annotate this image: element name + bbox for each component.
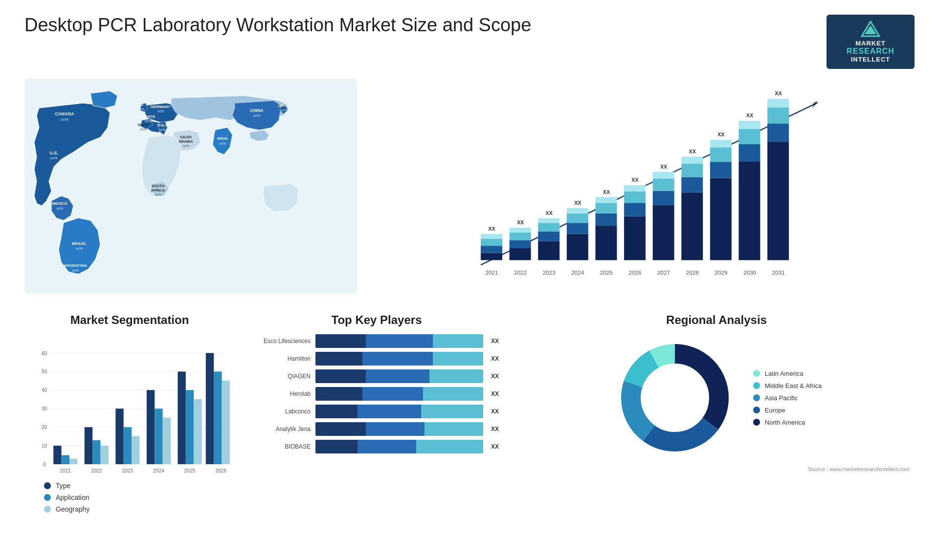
svg-rect-87 <box>710 162 732 178</box>
logo-line2: RESEARCH <box>847 47 894 56</box>
svg-rect-58 <box>567 214 588 223</box>
svg-text:ARABIA: ARABIA <box>179 139 193 144</box>
svg-rect-46 <box>510 233 531 240</box>
svg-rect-39 <box>481 246 502 253</box>
player-row: Esco Lifesciences XX <box>254 334 499 348</box>
svg-text:2030: 2030 <box>743 269 757 276</box>
svg-rect-44 <box>510 248 531 260</box>
svg-rect-94 <box>738 129 760 144</box>
seg-chart-svg: 0 10 20 30 40 50 60 <box>29 334 230 476</box>
svg-text:xx%: xx% <box>219 141 226 146</box>
bar-dark <box>315 334 366 348</box>
svg-text:2026: 2026 <box>628 269 641 276</box>
svg-rect-99 <box>767 124 789 142</box>
svg-text:10: 10 <box>42 443 47 449</box>
svg-text:xx%: xx% <box>182 144 189 148</box>
svg-rect-122 <box>92 440 100 464</box>
svg-text:JAPAN: JAPAN <box>278 104 290 108</box>
bar-chart-area: XX 2021 XX 2022 <box>377 84 915 289</box>
svg-text:CANADA: CANADA <box>55 111 74 116</box>
map-wrapper: CANADA xx% U.S. xx% MEXICO xx% BRAZIL <box>24 79 357 303</box>
donut-chart-svg <box>611 334 738 461</box>
player-value: XX <box>491 426 499 432</box>
player-value: XX <box>491 373 499 380</box>
svg-rect-129 <box>163 418 171 464</box>
svg-rect-41 <box>481 234 502 239</box>
svg-rect-83 <box>681 156 703 164</box>
svg-text:20: 20 <box>42 425 47 430</box>
regional-section: Regional Analysis <box>518 313 915 538</box>
svg-rect-119 <box>62 455 69 464</box>
svg-rect-59 <box>567 208 588 214</box>
svg-text:XX: XX <box>689 149 696 154</box>
svg-rect-86 <box>710 178 732 260</box>
player-row: BIOBASE XX <box>254 440 499 453</box>
svg-text:50: 50 <box>42 369 47 374</box>
svg-text:INDIA: INDIA <box>217 136 228 141</box>
svg-text:2024: 2024 <box>153 468 164 474</box>
bar-mid <box>366 334 433 348</box>
player-value: XX <box>491 390 499 397</box>
seg-legend: Type Application Geography <box>29 482 230 513</box>
svg-rect-71 <box>624 185 646 192</box>
svg-rect-47 <box>510 228 531 233</box>
svg-rect-125 <box>124 427 132 464</box>
label-middle-east: Middle East & Africa <box>765 382 822 389</box>
bar-mid <box>362 387 423 401</box>
svg-rect-40 <box>481 238 502 246</box>
player-value: XX <box>491 443 499 450</box>
player-name: Herolab <box>254 390 311 397</box>
dot-north-america <box>753 419 760 426</box>
player-name: QIAGEN <box>254 373 311 380</box>
bar-dark <box>315 387 362 401</box>
svg-text:xx%: xx% <box>144 119 151 123</box>
svg-point-147 <box>645 367 705 428</box>
svg-rect-64 <box>595 203 617 213</box>
logo-icon <box>861 21 880 38</box>
player-row: QIAGEN XX <box>254 369 499 383</box>
bar-light <box>433 352 483 366</box>
svg-text:2026: 2026 <box>215 468 226 474</box>
player-value: XX <box>491 408 499 415</box>
svg-rect-93 <box>738 144 760 161</box>
svg-rect-132 <box>194 399 201 464</box>
player-bar <box>315 369 483 383</box>
svg-rect-63 <box>595 214 617 226</box>
svg-text:FRANCE: FRANCE <box>140 114 155 119</box>
svg-rect-126 <box>132 436 139 464</box>
bar-light <box>421 405 483 418</box>
legend-label-application: Application <box>56 494 89 501</box>
label-europe: Europe <box>765 407 785 414</box>
svg-rect-131 <box>186 390 194 464</box>
svg-text:2027: 2027 <box>657 269 670 276</box>
svg-text:XX: XX <box>746 112 754 118</box>
dot-europe <box>753 407 760 413</box>
player-bar <box>315 422 483 436</box>
svg-rect-69 <box>624 203 646 216</box>
svg-rect-50 <box>538 241 559 260</box>
svg-rect-51 <box>538 232 559 241</box>
svg-text:xx%: xx% <box>140 128 146 131</box>
legend-dot-application <box>44 494 51 501</box>
svg-rect-81 <box>681 177 703 192</box>
legend-dot-type <box>44 482 51 489</box>
segmentation-title: Market Segmentation <box>29 313 230 327</box>
svg-text:SOUTH: SOUTH <box>152 184 164 188</box>
svg-rect-65 <box>595 197 617 203</box>
svg-text:xx%: xx% <box>50 156 57 160</box>
svg-rect-52 <box>538 223 559 232</box>
dot-asia-pacific <box>753 394 760 401</box>
svg-text:AFRICA: AFRICA <box>151 188 165 193</box>
svg-rect-62 <box>595 226 617 260</box>
players-list: Esco Lifesciences XX Hamilton <box>254 334 499 453</box>
svg-text:2021: 2021 <box>485 269 498 276</box>
svg-text:CHINA: CHINA <box>250 108 264 113</box>
label-latin-america: Latin America <box>765 370 804 377</box>
svg-rect-53 <box>538 218 559 223</box>
svg-marker-1 <box>865 25 876 34</box>
header: Desktop PCR Laboratory Workstation Marke… <box>24 15 915 69</box>
bar-light <box>416 440 483 453</box>
logo: MARKET RESEARCH INTELLECT <box>827 15 915 69</box>
svg-rect-100 <box>767 108 789 124</box>
bar-dark <box>315 422 366 436</box>
